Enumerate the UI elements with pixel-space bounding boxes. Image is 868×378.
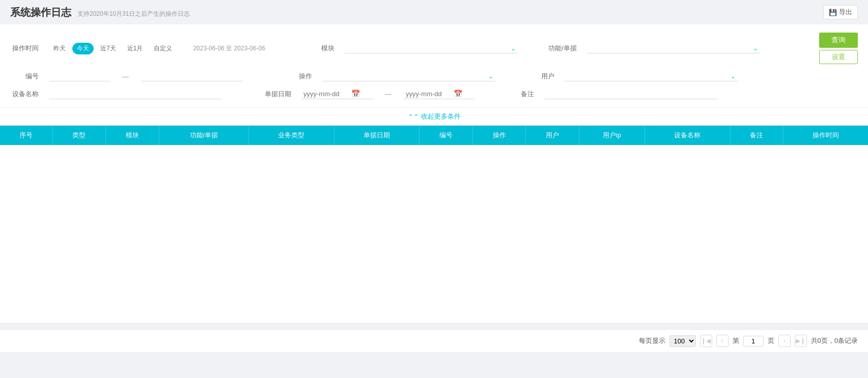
filter-row-3: 设备名称 单据日期 📅 — 📅 备注 — [10, 89, 858, 99]
time-btn-1month[interactable]: 近1月 — [123, 43, 148, 54]
page-label: 第 — [733, 336, 739, 345]
operation-select[interactable]: ⌄ — [322, 72, 495, 81]
time-label: 操作时间 — [10, 44, 39, 53]
filter-area: 操作时间 昨天 今天 近7天 近1月 自定义 2023-06-06 至 2023… — [0, 24, 868, 108]
calendar-start-icon[interactable]: 📅 — [351, 90, 360, 98]
operation-chevron-icon: ⌄ — [488, 73, 493, 80]
function-chevron-icon: ⌄ — [753, 45, 758, 52]
export-button[interactable]: 💾 导出 — [823, 5, 858, 19]
collapse-label: 收起更多条件 — [421, 112, 461, 121]
time-btn-yesterday[interactable]: 昨天 — [49, 43, 70, 54]
user-select[interactable]: ⌄ — [565, 72, 738, 81]
date-dash: — — [383, 90, 394, 98]
col-op-time: 操作时间 — [783, 126, 868, 145]
device-input[interactable] — [49, 89, 222, 99]
action-buttons: 查询 设置 — [819, 33, 858, 64]
settings-button[interactable]: 设置 — [819, 50, 858, 64]
date-start-wrap: 📅 — [301, 89, 373, 99]
first-page-button[interactable]: ❙◀ — [700, 335, 712, 347]
date-start-input[interactable] — [303, 90, 349, 98]
table-header-row: 序号 类型 模块 功能/单据 业务类型 单据日期 编号 操作 用户 用户ip 设… — [0, 126, 868, 145]
col-operation: 操作 — [472, 126, 525, 145]
remark-label: 备注 — [506, 90, 534, 99]
date-label: 单据日期 — [263, 90, 291, 99]
table-area: 序号 类型 模块 功能/单据 业务类型 单据日期 编号 操作 用户 用户ip 设… — [0, 126, 868, 323]
time-btn-custom[interactable]: 自定义 — [149, 43, 177, 54]
page-header: 系统操作日志 支持2020年10月31日之后产生的操作日志 💾 导出 — [0, 0, 868, 24]
col-module: 模块 — [106, 126, 159, 145]
number-dash: — — [120, 73, 131, 80]
collapse-chevron-icon: ⌃⌃ — [408, 113, 419, 121]
module-chevron-icon: ⌄ — [511, 45, 516, 52]
number-label: 编号 — [10, 72, 39, 81]
module-select[interactable]: ⌄ — [345, 44, 518, 53]
prev-page-button[interactable]: ‹ — [716, 335, 729, 347]
query-button[interactable]: 查询 — [819, 33, 858, 48]
user-label: 用户 — [526, 72, 554, 81]
number-start-input[interactable] — [49, 71, 110, 81]
col-type: 类型 — [52, 126, 105, 145]
filter-row-2: 编号 — 操作 ⌄ 用户 ⌄ — [10, 71, 858, 81]
collapse-bar[interactable]: ⌃⌃ 收起更多条件 — [0, 108, 868, 126]
date-end-input[interactable] — [406, 90, 452, 98]
time-buttons: 昨天 今天 近7天 近1月 自定义 — [49, 43, 177, 54]
module-label: 模块 — [306, 44, 334, 53]
col-doc-date: 单据日期 — [334, 126, 419, 145]
per-page-label: 每页显示 — [639, 336, 665, 345]
operation-label: 操作 — [284, 72, 312, 81]
horizontal-scrollbar[interactable] — [0, 323, 868, 329]
col-function: 功能/单据 — [159, 126, 248, 145]
time-btn-7days[interactable]: 近7天 — [96, 43, 121, 54]
col-user: 用户 — [526, 126, 579, 145]
col-biz-type: 业务类型 — [249, 126, 334, 145]
pagination-bar: 每页显示 10 20 50 100 200 ❙◀ ‹ 第 页 › ▶❙ 共0页，… — [0, 329, 868, 352]
filter-row-1: 操作时间 昨天 今天 近7天 近1月 自定义 2023-06-06 至 2023… — [10, 33, 858, 64]
export-label: 导出 — [839, 8, 852, 17]
function-select[interactable]: ⌄ — [587, 44, 760, 53]
col-number: 编号 — [419, 126, 472, 145]
last-page-button[interactable]: ▶❙ — [795, 335, 807, 347]
device-label: 设备名称 — [10, 90, 39, 99]
page-unit: 页 — [768, 336, 774, 345]
col-remark: 备注 — [730, 126, 783, 145]
header-left: 系统操作日志 支持2020年10月31日之后产生的操作日志 — [10, 6, 190, 19]
scrollbar-inner — [0, 324, 868, 324]
col-user-ip: 用户ip — [579, 126, 645, 145]
calendar-end-icon[interactable]: 📅 — [454, 90, 462, 98]
time-btn-today[interactable]: 今天 — [72, 43, 94, 54]
number-end-input[interactable] — [141, 71, 243, 81]
function-label: 功能/单据 — [548, 44, 577, 53]
total-info: 共0页，0条记录 — [811, 336, 858, 345]
remark-input[interactable] — [544, 89, 717, 99]
empty-area — [0, 145, 868, 323]
export-icon: 💾 — [829, 9, 837, 16]
per-page-select[interactable]: 10 20 50 100 200 — [669, 335, 696, 347]
next-page-button[interactable]: › — [778, 335, 791, 347]
date-end-wrap: 📅 — [404, 89, 475, 99]
col-index: 序号 — [0, 126, 52, 145]
data-table: 序号 类型 模块 功能/单据 业务类型 单据日期 编号 操作 用户 用户ip 设… — [0, 126, 868, 145]
col-device: 设备名称 — [645, 126, 730, 145]
time-range: 2023-06-06 至 2023-06-06 — [193, 44, 265, 53]
table-header: 序号 类型 模块 功能/单据 业务类型 单据日期 编号 操作 用户 用户ip 设… — [0, 126, 868, 145]
page-title: 系统操作日志 — [10, 6, 71, 19]
page-input[interactable] — [743, 336, 764, 346]
page-subtitle: 支持2020年10月31日之后产生的操作日志 — [77, 10, 190, 18]
user-chevron-icon: ⌄ — [731, 73, 736, 80]
